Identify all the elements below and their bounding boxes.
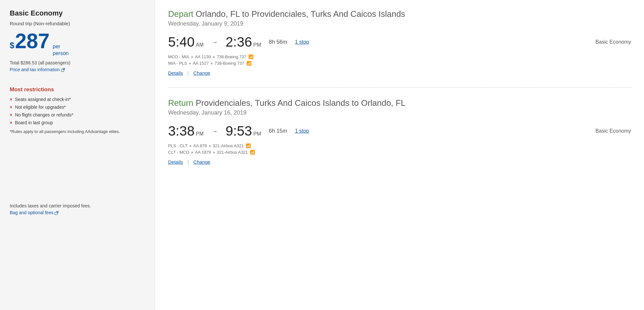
fare-title: Basic Economy [10,9,145,17]
depart-date: Wednesday, January 9, 2019 [168,20,631,27]
restriction-item: × No flight changes or refunds* [10,112,145,117]
depart-segment-1: MCO - MIA ■ AA 1139 ■ 738-Boeing 737 📶 [168,54,631,59]
x-icon: × [10,112,12,117]
x-icon: × [10,105,12,110]
x-icon: × [10,97,12,102]
depart-direction: Depart [168,9,193,19]
arrive-time: 2:36 PM [226,34,261,50]
depart-action-links: Details | Change [168,70,631,76]
depart-change-link[interactable]: Change [193,70,210,76]
return-route: Providenciales, Turks And Caicos Islands… [196,98,405,108]
link-separator: | [188,159,189,165]
depart-segment-2: MIA - PLS ■ AA 1527 ■ 738-Boeing 737 📶 [168,61,631,66]
return-direction: Return [168,98,193,108]
depart-stops-link[interactable]: 1 stop [295,39,309,45]
depart-section: Depart Orlando, FL to Providenciales, Tu… [168,9,631,76]
external-link-icon [55,211,59,215]
return-times-row: 3:38 PM → 9:53 PM 6h 15m 1 stop Basic Ec… [168,123,631,139]
wifi-icon: 📶 [250,150,255,155]
arrow-icon: → [211,39,218,46]
return-segment-2: CLT - MCO ■ AA 1879 ■ 321-Airbus A321 📶 [168,150,631,155]
external-link-icon [61,68,65,72]
depart-route: Orlando, FL to Providenciales, Turks And… [196,9,405,19]
restriction-item: × Board in last group [10,120,145,125]
x-icon: × [10,120,12,125]
wifi-icon: 📶 [246,61,252,66]
fare-summary-panel: Basic Economy Round trip (Non-refundable… [0,0,155,310]
dollar-sign: $ [10,40,14,50]
bag-fees-link[interactable]: Bag and optional fees [10,210,59,215]
return-header: Return Providenciales, Turks And Caicos … [168,98,631,108]
depart-time: 5:40 AM [168,34,204,50]
return-details-link[interactable]: Details [168,159,183,165]
return-depart-time: 3:38 PM [168,123,204,139]
wifi-icon: 📶 [248,54,253,59]
price-amount: 287 [15,31,49,51]
depart-cabin: Basic Economy [596,39,631,45]
includes-text: Includes taxes and carrier imposed fees. [10,203,145,208]
restriction-item: × Not eligible for upgrades* [10,105,145,110]
depart-duration: 8h 56m [269,39,287,45]
return-date: Wednesday, January 16, 2019 [168,109,631,116]
restriction-item: × Seats assigned at check-in* [10,97,145,102]
price-tax-link[interactable]: Price and tax information [10,67,65,72]
trip-type: Round trip (Non-refundable) [10,21,145,26]
return-arrive-time: 9:53 PM [226,123,261,139]
price-block: $ 287 perperson [10,31,145,57]
return-stops-link[interactable]: 1 stop [295,128,309,134]
total-price: Total $286.53 (all passengers) [10,60,145,65]
return-duration: 6h 15m [269,128,287,134]
depart-details-link[interactable]: Details [168,70,183,76]
itinerary-panel: Depart Orlando, FL to Providenciales, Tu… [155,0,644,310]
per-person-label: perperson [53,43,69,57]
arrow-icon: → [211,127,218,135]
restriction-list: × Seats assigned at check-in* × Not elig… [10,97,145,125]
depart-times-row: 5:40 AM → 2:36 PM 8h 56m 1 stop Basic Ec… [168,34,631,50]
return-cabin: Basic Economy [596,128,631,134]
return-change-link[interactable]: Change [193,159,210,165]
return-segment-1: PLS - CLT ■ AA 879 ■ 321-Airbus A321 📶 [168,143,631,148]
return-section: Return Providenciales, Turks And Caicos … [168,87,631,165]
restrictions-title: Most restrictions [10,86,145,93]
link-separator: | [188,70,189,76]
rules-note: *Rules apply to all passengers including… [10,128,145,135]
return-action-links: Details | Change [168,159,631,165]
wifi-icon: 📶 [246,143,251,148]
depart-header: Depart Orlando, FL to Providenciales, Tu… [168,9,631,19]
